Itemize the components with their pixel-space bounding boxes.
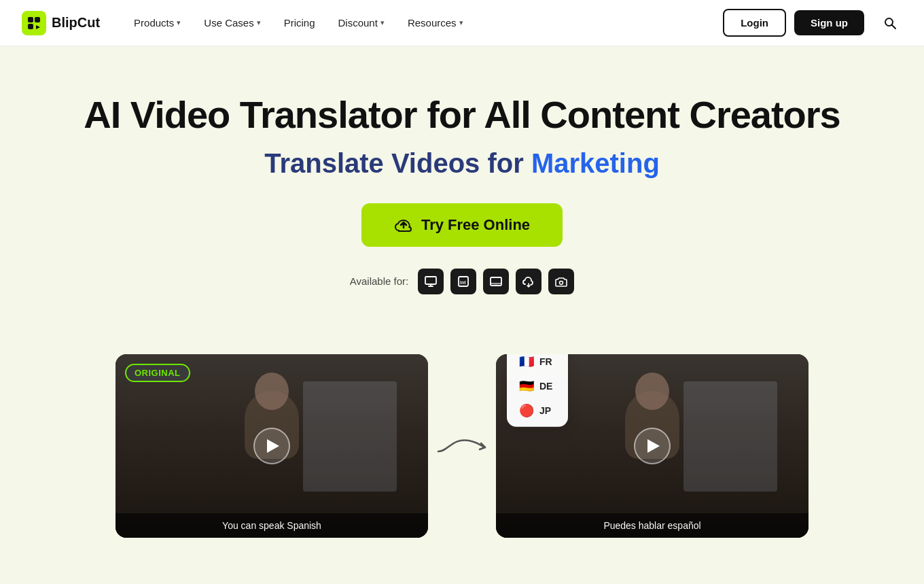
svg-text:int: int bbox=[460, 280, 466, 285]
svg-rect-0 bbox=[28, 17, 33, 22]
original-badge: ORIGINAL bbox=[125, 364, 190, 382]
platform-intel-icon: int bbox=[450, 269, 476, 294]
platform-desktop-icon bbox=[418, 269, 444, 294]
hero-title: AI Video Translator for All Content Crea… bbox=[14, 94, 910, 136]
discount-chevron-icon: ▾ bbox=[380, 18, 385, 27]
products-chevron-icon: ▾ bbox=[177, 18, 181, 27]
platform-cloud-icon bbox=[516, 269, 541, 294]
translation-arrow-icon bbox=[435, 432, 489, 460]
nav-actions: Login Sign up bbox=[723, 9, 902, 37]
arrow-divider bbox=[428, 432, 496, 460]
subtitle-highlight: Marketing bbox=[531, 148, 660, 178]
svg-rect-1 bbox=[35, 17, 40, 22]
platform-camera-icon bbox=[548, 269, 574, 294]
resources-chevron-icon: ▾ bbox=[459, 18, 463, 27]
svg-rect-10 bbox=[491, 277, 501, 286]
svg-point-12 bbox=[495, 284, 497, 286]
play-button-left[interactable] bbox=[253, 428, 290, 464]
lang-jp[interactable]: 🔴 JP bbox=[514, 399, 561, 421]
video-section: ORIGINAL You can speak Spanish 🇺🇸 EN 🇪🇸 … bbox=[0, 354, 924, 579]
nav-pricing[interactable]: Pricing bbox=[274, 12, 325, 34]
brand-name: BlipCut bbox=[52, 15, 100, 31]
translated-subtitle: Puedes hablar español bbox=[496, 513, 808, 538]
available-label: Available for: bbox=[350, 275, 408, 287]
original-video-card: ORIGINAL You can speak Spanish bbox=[116, 354, 428, 538]
login-button[interactable]: Login bbox=[723, 9, 786, 37]
de-flag-icon: 🇩🇪 bbox=[519, 378, 534, 393]
upload-cloud-icon bbox=[394, 216, 413, 235]
hero-section: AI Video Translator for All Content Crea… bbox=[0, 46, 924, 354]
translated-video-card: 🇺🇸 EN 🇪🇸 ES 🇫🇷 FR 🇩🇪 DE 🔴 JP Puedes habl… bbox=[496, 354, 808, 538]
nav-discount[interactable]: Discount ▾ bbox=[329, 12, 394, 34]
cta-label: Try Free Online bbox=[421, 216, 530, 234]
play-button-right[interactable] bbox=[634, 428, 671, 464]
use-cases-chevron-icon: ▾ bbox=[257, 18, 261, 27]
search-icon bbox=[883, 16, 897, 30]
svg-line-4 bbox=[892, 24, 896, 29]
lang-de[interactable]: 🇩🇪 DE bbox=[514, 375, 561, 396]
subtitle-prefix: Translate Videos for bbox=[264, 148, 531, 178]
platform-icons: int bbox=[418, 269, 574, 294]
hero-subtitle: Translate Videos for Marketing bbox=[14, 148, 910, 179]
platform-screen-icon bbox=[483, 269, 509, 294]
nav-products[interactable]: Products ▾ bbox=[124, 12, 190, 34]
signup-button[interactable]: Sign up bbox=[794, 10, 864, 35]
svg-point-13 bbox=[560, 281, 563, 284]
available-row: Available for: int bbox=[14, 269, 910, 294]
lang-fr[interactable]: 🇫🇷 FR bbox=[514, 354, 561, 373]
jp-flag-icon: 🔴 bbox=[519, 402, 534, 417]
svg-rect-2 bbox=[28, 24, 33, 29]
search-button[interactable] bbox=[878, 11, 902, 35]
navbar: BlipCut Products ▾ Use Cases ▾ Pricing D… bbox=[0, 0, 924, 46]
cta-button[interactable]: Try Free Online bbox=[361, 203, 563, 247]
fr-flag-icon: 🇫🇷 bbox=[519, 354, 534, 369]
nav-resources[interactable]: Resources ▾ bbox=[398, 12, 473, 34]
original-subtitle: You can speak Spanish bbox=[116, 513, 428, 538]
logo-icon bbox=[22, 11, 46, 35]
svg-rect-5 bbox=[425, 277, 436, 284]
nav-use-cases[interactable]: Use Cases ▾ bbox=[194, 12, 270, 34]
brand-logo[interactable]: BlipCut bbox=[22, 11, 100, 35]
language-selector: 🇺🇸 EN 🇪🇸 ES 🇫🇷 FR 🇩🇪 DE 🔴 JP bbox=[507, 354, 568, 427]
nav-links: Products ▾ Use Cases ▾ Pricing Discount … bbox=[124, 12, 723, 34]
